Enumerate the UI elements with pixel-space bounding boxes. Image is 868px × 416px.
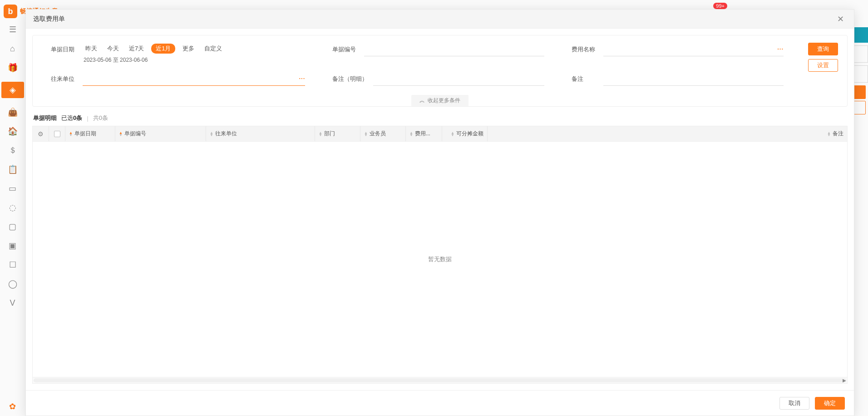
- fee-name-label: 费用名称: [572, 44, 603, 54]
- collapse-filters-button[interactable]: ︽ 收起更多条件: [411, 95, 469, 106]
- doc-date-label: 单据日期: [51, 44, 83, 54]
- fee-name-more-icon[interactable]: ···: [777, 45, 784, 52]
- select-fee-bill-modal: 选取费用单 ✕ 查询 设置 单据日期 昨天 今天 近7天 近1月: [25, 9, 854, 416]
- checkbox-icon: [54, 131, 60, 137]
- modal-header: 选取费用单 ✕: [26, 10, 854, 29]
- col-fee[interactable]: ▲▼费用...: [406, 126, 442, 141]
- scroll-right-icon: ▶: [843, 378, 846, 383]
- modal-footer: 取消 确定: [26, 390, 854, 416]
- gear-icon: ⚙: [38, 130, 44, 138]
- doc-no-label: 单据编号: [332, 44, 364, 54]
- settings-button[interactable]: 设置: [808, 59, 838, 72]
- col-dept[interactable]: ▲▼部门: [315, 126, 360, 141]
- sort-icon: ▲▼: [210, 132, 213, 136]
- total-count: 共0条: [93, 114, 108, 122]
- col-remark[interactable]: ▲▼备注: [488, 126, 847, 141]
- chip-more[interactable]: 更多: [180, 44, 197, 54]
- divider: |: [87, 115, 88, 122]
- chip-last7[interactable]: 近7天: [126, 44, 147, 54]
- remark-input[interactable]: [603, 73, 784, 86]
- table-head: ⚙ ▲▼单据日期 ▲▼单据编号 ▲▼往来单位 ▲▼部门 ▲▼业务员 ▲▼费用..…: [33, 126, 847, 142]
- table-empty: 暂无数据: [33, 142, 847, 377]
- select-all-cell[interactable]: [49, 126, 65, 141]
- doc-no-input[interactable]: [364, 44, 544, 56]
- col-clerk[interactable]: ▲▼业务员: [360, 126, 406, 141]
- fee-name-input[interactable]: [603, 44, 784, 56]
- sort-icon: ▲▼: [69, 132, 73, 136]
- chip-custom[interactable]: 自定义: [202, 44, 225, 54]
- chip-last1m[interactable]: 近1月: [151, 44, 175, 54]
- filter-card: 查询 设置 单据日期 昨天 今天 近7天 近1月 更多 自定义: [32, 35, 848, 107]
- chip-yesterday[interactable]: 昨天: [83, 44, 100, 54]
- sort-icon: ▲▼: [451, 132, 454, 136]
- filter-actions: 查询 设置: [808, 43, 838, 72]
- section-line: 单据明细 已选0条 | 共0条: [33, 114, 848, 122]
- remark-detail-label: 备注（明细）: [332, 73, 373, 83]
- col-amount[interactable]: ▲▼可分摊金额: [442, 126, 488, 141]
- cancel-button[interactable]: 取消: [779, 397, 809, 410]
- col-party[interactable]: ▲▼往来单位: [206, 126, 315, 141]
- remark-detail-input[interactable]: [373, 73, 544, 86]
- party-input[interactable]: [83, 73, 305, 86]
- party-more-icon[interactable]: ···: [299, 75, 305, 82]
- chevron-up-icon: ︽: [419, 97, 425, 104]
- modal-body: 查询 设置 单据日期 昨天 今天 近7天 近1月 更多 自定义: [26, 29, 854, 390]
- search-button[interactable]: 查询: [808, 43, 838, 55]
- chip-today[interactable]: 今天: [104, 44, 122, 54]
- col-doc-date[interactable]: ▲▼单据日期: [65, 126, 115, 141]
- date-range-text: 2023-05-06 至 2023-06-06: [84, 56, 305, 64]
- ok-button[interactable]: 确定: [815, 397, 845, 410]
- column-settings-button[interactable]: ⚙: [33, 126, 49, 141]
- date-chips: 昨天 今天 近7天 近1月 更多 自定义: [83, 44, 305, 54]
- sort-icon: ▲▼: [827, 132, 831, 136]
- modal-title: 选取费用单: [33, 15, 65, 23]
- sort-icon: ▲▼: [319, 132, 322, 136]
- party-label: 往来单位: [51, 73, 83, 83]
- col-doc-no[interactable]: ▲▼单据编号: [115, 126, 206, 141]
- collapse-label: 收起更多条件: [428, 97, 460, 104]
- sort-icon: ▲▼: [119, 132, 123, 136]
- close-icon[interactable]: ✕: [834, 13, 847, 25]
- horizontal-scrollbar[interactable]: ◀ ▶: [33, 377, 847, 383]
- sort-icon: ▲▼: [409, 132, 413, 136]
- sort-icon: ▲▼: [364, 132, 368, 136]
- table: ⚙ ▲▼单据日期 ▲▼单据编号 ▲▼往来单位 ▲▼部门 ▲▼业务员 ▲▼费用..…: [32, 126, 848, 384]
- selected-count: 已选0条: [61, 114, 82, 122]
- remark-label: 备注: [572, 73, 603, 83]
- section-title: 单据明细: [33, 114, 57, 122]
